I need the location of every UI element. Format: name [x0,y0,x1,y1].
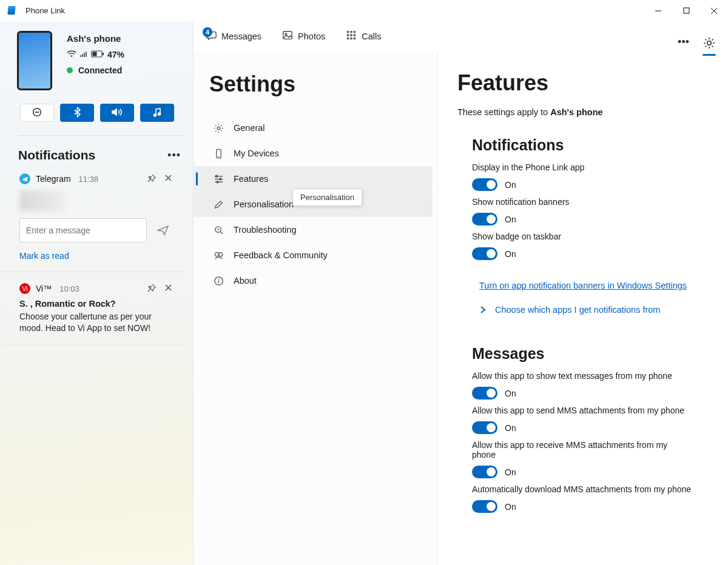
dnd-toggle[interactable] [20,104,54,122]
settings-button[interactable] [703,36,716,50]
toggle-receive-mms[interactable] [472,466,497,478]
status-dot-icon [67,67,73,73]
notification-app-name: Vi™ [36,284,52,293]
svg-point-32 [217,127,220,130]
toggle-show-banners[interactable] [472,213,497,226]
svg-point-31 [707,41,711,45]
settings-item-about[interactable]: About [194,268,433,293]
svg-point-30 [354,38,356,39]
settings-item-features[interactable]: Features [194,166,433,192]
settings-item-feedback[interactable]: Feedback & Community [194,242,433,268]
connection-row: Connected [67,65,124,75]
settings-item-label: General [234,123,265,133]
settings-item-troubleshooting[interactable]: Troubleshooting [194,217,433,242]
option-label: Allow this app to show text messages fro… [472,371,712,381]
option-label: Show badge on taskbar [472,232,712,241]
notifications-header: Notifications ••• [0,136,193,162]
reply-input[interactable] [19,218,147,242]
svg-point-24 [354,31,356,33]
connection-status: Connected [78,65,122,75]
toggle-send-mms[interactable] [472,421,497,434]
notification-time: 11:38 [79,175,99,184]
svg-point-15 [158,113,161,115]
option-label: Allow this app to receive MMS attachment… [472,440,678,460]
pin-button[interactable] [147,284,156,294]
choose-apps-link[interactable]: Choose which apps I get notifications fr… [479,305,712,315]
svg-point-4 [71,55,73,57]
messages-icon: 4 [206,30,217,42]
app-icon [6,6,17,16]
notifications-heading: Notifications [18,148,95,162]
send-button[interactable] [154,218,172,242]
settings-item-general[interactable]: General [194,115,433,141]
volume-toggle[interactable] [100,104,134,122]
toggle-state: On [505,180,516,190]
tab-photos[interactable]: Photos [280,25,328,51]
vi-icon: Vi [19,283,30,294]
device-name: Ash's phone [67,33,124,44]
settings-item-label: Features [234,174,268,184]
section-heading-notifications: Notifications [472,136,712,154]
wifi-icon [67,50,76,59]
svg-rect-20 [283,32,292,39]
svg-point-26 [351,35,352,36]
toggle-show-texts[interactable] [472,387,497,400]
toggle-state: On [505,215,516,224]
close-button[interactable] [700,0,728,22]
gear-icon [213,122,224,133]
notification-title: S. , Romantic or Rock? [19,299,172,309]
telegram-icon [19,173,30,184]
svg-point-25 [348,35,349,36]
notification-item[interactable]: Vi Vi™ 10:03 S. , Romantic or Rock? Choo… [1,272,184,346]
calls-icon [346,30,357,42]
option-label: Show notification banners [472,197,712,207]
pin-button[interactable] [147,174,156,184]
features-icon [213,173,224,184]
tooltip: Personalisation [292,189,362,206]
section-heading-messages: Messages [472,345,712,363]
settings-item-my-devices[interactable]: My Devices [194,141,433,166]
tab-calls[interactable]: Calls [343,25,383,51]
settings-item-label: My Devices [234,149,279,158]
toggle-show-badge[interactable] [472,247,497,260]
svg-point-38 [215,175,217,177]
svg-point-22 [348,31,349,33]
features-applies-to: These settings apply to Ash's phone [457,107,712,117]
dismiss-button[interactable] [164,284,172,294]
svg-line-42 [220,232,223,234]
notification-item[interactable]: Telegram 11:38 Mark as read [1,162,184,272]
svg-point-28 [348,38,349,39]
notifications-more-button[interactable]: ••• [167,149,181,162]
svg-point-14 [154,114,157,116]
tab-label: Photos [298,32,325,41]
svg-rect-11 [103,53,104,55]
option-label: Allow this app to send MMS attachments f… [472,406,712,415]
battery-percent: 47% [107,50,124,59]
toggle-state: On [505,467,516,477]
option-label: Display in the Phone Link app [472,162,712,172]
window-controls [644,0,728,22]
minimize-button[interactable] [644,0,672,22]
troubleshoot-icon [213,224,224,235]
maximize-button[interactable] [672,0,700,22]
audio-player-toggle[interactable] [140,104,174,122]
notification-preview-blurred [19,190,65,211]
bluetooth-toggle[interactable] [60,104,94,122]
mark-as-read-link[interactable]: Mark as read [19,251,172,261]
windows-settings-link[interactable]: Turn on app notification banners in Wind… [479,281,687,290]
toggle-auto-mms[interactable] [472,500,497,513]
dismiss-button[interactable] [164,174,172,184]
toggle-display-notifications[interactable] [472,178,497,191]
toggle-state: On [505,423,516,433]
features-panel: Features These settings apply to Ash's p… [438,51,728,565]
svg-point-40 [217,181,218,182]
settings-heading: Settings [209,72,437,97]
tab-messages[interactable]: 4 Messages [203,25,264,51]
toggle-state: On [505,502,516,512]
svg-point-23 [351,31,352,33]
settings-item-label: About [234,276,257,286]
quick-actions [0,90,193,122]
settings-item-label: Personalisation [234,199,294,209]
overflow-menu-button[interactable]: ••• [678,36,689,48]
settings-nav: Settings General My Devices Features [194,51,438,565]
